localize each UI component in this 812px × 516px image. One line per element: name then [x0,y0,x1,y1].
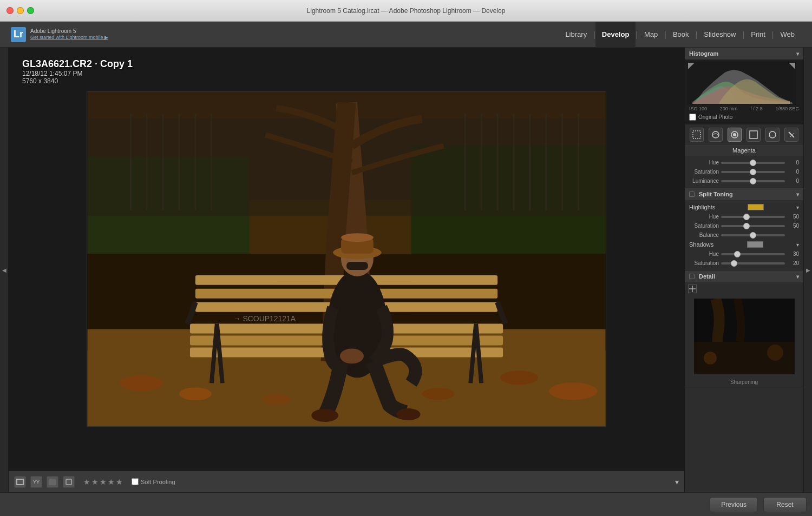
highlights-saturation-row: Saturation 50 [685,221,803,230]
mobile-link[interactable]: Get started with Lightroom mobile ▶ [30,35,108,41]
tool-icons-row [685,124,803,145]
detail-toggle[interactable]: ▾ [796,274,799,280]
window-controls[interactable] [6,7,34,14]
star-2[interactable]: ★ [91,478,99,486]
original-photo-label: Original Photo [698,114,732,120]
detail-preview-target[interactable] [688,285,697,293]
balance-thumb[interactable] [750,232,756,239]
minimize-button[interactable] [17,7,24,14]
svg-rect-47 [66,479,71,485]
nav-slideshow[interactable]: Slideshow [697,22,742,48]
nav-book[interactable]: Book [666,22,696,48]
photo-area: GL3A6621.CR2 · Copy 1 12/18/12 1:45:07 P… [9,48,684,492]
highlights-sat-label: Saturation [689,223,719,229]
adjustment-brush-tool[interactable] [784,128,798,142]
highlights-label: Highlights [689,204,715,210]
original-photo-row: Original Photo [687,113,801,122]
magenta-luminance-row: Luminance 0 [685,176,803,186]
highlights-row: Highlights ▾ [685,202,803,212]
magenta-hue-slider[interactable] [721,162,785,164]
shadows-hue-slider[interactable] [721,253,785,255]
svg-point-54 [733,133,736,136]
highlights-sat-slider[interactable] [721,225,785,227]
split-toning-content: Highlights ▾ Hue 50 Saturation [685,200,803,270]
shadows-swatch[interactable] [747,241,763,248]
radial-filter-tool[interactable] [765,128,780,142]
shadows-sat-thumb[interactable] [731,260,737,267]
split-toning-toggle[interactable]: ▾ [796,191,799,197]
magenta-luminance-value: 0 [787,178,799,184]
hist-shutter: 1/880 SEC [775,106,799,111]
bottom-buttons: Previous Reset [0,492,812,516]
svg-point-56 [769,131,776,138]
magenta-luminance-label: Luminance [689,178,719,184]
magenta-saturation-slider[interactable] [721,171,785,173]
highlights-sat-thumb[interactable] [743,223,750,229]
app-logo: Lr Adobe Lightroom 5 Get started with Li… [11,27,108,42]
split-toning-header[interactable]: Split Toning ▾ [685,188,803,200]
shadows-sat-value: 20 [787,260,799,266]
hist-iso: ISO 100 [689,106,707,111]
color-label-button[interactable] [47,476,58,488]
histogram-content: ISO 100 200 mm f / 2.8 1/880 SEC Origina… [685,59,803,124]
histogram-title: Histogram [689,50,718,57]
close-button[interactable] [6,7,14,14]
nav-print[interactable]: Print [744,22,772,48]
shadows-hue-thumb[interactable] [734,251,741,257]
magenta-luminance-slider[interactable] [721,180,785,182]
histogram-info: ISO 100 200 mm f / 2.8 1/880 SEC [687,105,801,113]
balance-row: Balance [685,230,803,240]
balance-slider[interactable] [721,234,785,236]
sharpening-label: Sharpening [685,378,803,387]
nav-web[interactable]: Web [774,22,802,48]
star-3[interactable]: ★ [100,478,107,486]
nav-develop[interactable]: Develop [595,22,636,48]
photo-dimensions: 5760 x 3840 [22,77,133,85]
nav-map[interactable]: Map [638,22,664,48]
maximize-button[interactable] [27,7,34,14]
detail-enable[interactable] [689,274,695,279]
histogram-header[interactable]: Histogram ▾ [685,48,803,59]
highlights-swatch[interactable] [748,204,764,210]
star-1[interactable]: ★ [83,478,90,486]
left-panel-toggle[interactable]: ◀ [0,48,9,492]
toolbar-expand-button[interactable]: ▾ [675,478,679,486]
view-single-button[interactable] [14,476,26,488]
highlights-hue-slider[interactable] [721,216,785,218]
soft-proofing-checkbox[interactable] [132,478,139,485]
magenta-hue-thumb[interactable] [750,160,756,166]
soft-proofing-toggle[interactable]: Soft Proofing [132,478,175,485]
right-panel-toggle[interactable]: ▶ [803,48,812,492]
highlights-hue-value: 50 [787,214,799,220]
graduated-filter-tool[interactable] [746,128,761,142]
star-rating[interactable]: ★ ★ ★ ★ ★ [83,478,123,486]
star-4[interactable]: ★ [108,478,115,486]
detail-header[interactable]: Detail ▾ [685,270,803,282]
nav-links: Library | Develop | Map | Book | Slidesh… [559,22,801,48]
spot-removal-tool[interactable] [709,128,723,142]
highlights-hue-thumb[interactable] [743,214,750,220]
crop-tool[interactable] [690,128,704,142]
panel-spacer [685,387,803,492]
photo-datetime: 12/18/12 1:45:07 PM [22,70,133,77]
svg-rect-51 [693,131,700,138]
svg-rect-44 [88,92,606,426]
star-5[interactable]: ★ [116,478,123,486]
photo-metadata: GL3A6621.CR2 · Copy 1 12/18/12 1:45:07 P… [22,58,133,85]
shadows-hue-label: Hue [689,251,719,257]
flag-button[interactable] [63,476,75,488]
split-toning-enable[interactable] [689,191,695,197]
original-photo-checkbox[interactable] [689,114,696,121]
view-compare-button[interactable]: YY [30,476,42,488]
nav-library[interactable]: Library [559,22,593,48]
magenta-saturation-thumb[interactable] [750,169,756,175]
svg-rect-46 [49,479,56,485]
previous-button[interactable]: Previous [710,497,758,512]
main-photo[interactable]: → SCOUP12121A [87,91,606,427]
histogram-toggle[interactable]: ▾ [796,51,799,57]
red-eye-tool[interactable] [728,128,742,142]
magenta-luminance-thumb[interactable] [750,178,756,184]
svg-point-52 [712,131,719,138]
shadows-sat-slider[interactable] [721,262,785,264]
reset-button[interactable]: Reset [763,497,807,512]
